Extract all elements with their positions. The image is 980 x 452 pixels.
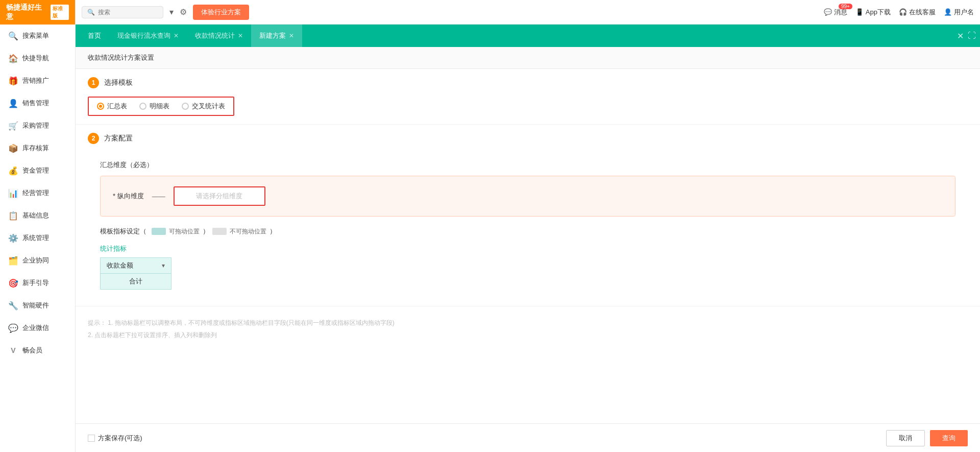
tab-bank-flow[interactable]: 现金银行流水查询 ✕ <box>109 25 187 47</box>
sidebar-logo: 畅捷通好生意 标准版 <box>0 0 75 25</box>
footer: 方案保存(可选) 取消 查询 <box>76 423 980 452</box>
sidebar-item-purchase[interactable]: 🛒 采购管理 <box>0 114 75 137</box>
sidebar-item-label: 畅会员 <box>22 346 42 355</box>
sidebar-item-label: 系统管理 <box>22 233 49 243</box>
sidebar-item-label: 经营管理 <box>22 188 49 198</box>
sidebar-item-label: 搜索菜单 <box>22 31 49 40</box>
sales-icon: 👤 <box>8 99 18 108</box>
sidebar-item-label: 企业微信 <box>22 323 49 332</box>
sidebar-item-basic-info[interactable]: 📋 基础信息 <box>0 204 75 227</box>
tab-home[interactable]: 首页 <box>80 25 109 47</box>
gear-icon[interactable]: ⚙ <box>180 7 187 17</box>
service-icon: 🎧 <box>899 8 907 16</box>
dimension-title: 汇总维度（必选） <box>100 160 955 170</box>
msg-btn[interactable]: 💬 消息 99+ <box>824 8 847 17</box>
tab-close-icon[interactable]: ✕ <box>238 32 243 39</box>
main-area: 🔍 ▾ ⚙ 体验行业方案 💬 消息 99+ 📱 App下载 🎧 在线客服 👤 用… <box>76 0 980 452</box>
sidebar-item-enterprise-wechat[interactable]: 💬 企业微信 <box>0 317 75 339</box>
vip-icon: V <box>8 346 18 354</box>
step2-section: 2 方案配置 汇总维度（必选） * 纵向维度 —— 请选择分组维度 <box>76 125 980 306</box>
tab-close-icon[interactable]: ✕ <box>289 32 294 39</box>
sidebar-item-sales[interactable]: 👤 销售管理 <box>0 92 75 114</box>
sidebar-item-smart-hw[interactable]: 🔧 智能硬件 <box>0 294 75 317</box>
radio-summary-circle <box>97 103 104 110</box>
cancel-button[interactable]: 取消 <box>886 430 925 446</box>
system-icon: ⚙️ <box>8 233 18 243</box>
logo-badge: 标准版 <box>51 5 69 20</box>
legend-not-draggable: 不可拖动位置 <box>212 227 266 236</box>
msg-badge: 99+ <box>839 4 852 9</box>
topbar-search-box[interactable]: 🔍 <box>82 6 163 18</box>
finance-icon: 💰 <box>8 166 18 176</box>
operations-icon: 📊 <box>8 188 18 198</box>
trial-btn[interactable]: 体验行业方案 <box>193 5 249 20</box>
sidebar-item-label: 快捷导航 <box>22 54 49 63</box>
tab-expand-icon[interactable]: ⛶ <box>968 31 976 40</box>
query-button[interactable]: 查询 <box>930 430 968 446</box>
marketing-icon: 🎁 <box>8 76 18 86</box>
step1-num: 1 <box>88 77 99 88</box>
dimension-placeholder[interactable]: 请选择分组维度 <box>174 186 265 206</box>
sidebar-item-marketing[interactable]: 🎁 营销推广 <box>0 69 75 92</box>
tip2: 2. 点击标题栏下拉可设置排序、插入列和删除列 <box>88 329 968 341</box>
save-checkbox[interactable] <box>88 435 95 442</box>
step2-num: 2 <box>88 133 99 144</box>
sidebar-item-enterprise-coop[interactable]: 🗂️ 企业协同 <box>0 249 75 272</box>
sidebar-item-inventory[interactable]: 📦 库存核算 <box>0 137 75 159</box>
dropdown-icon[interactable]: ▾ <box>169 7 174 17</box>
tab-new-plan[interactable]: 新建方案 ✕ <box>251 25 302 47</box>
sidebar-item-label: 采购管理 <box>22 121 49 130</box>
sidebar-item-quick-nav[interactable]: 🏠 快捷导航 <box>0 47 75 69</box>
sidebar-item-system[interactable]: ⚙️ 系统管理 <box>0 227 75 249</box>
sidebar-item-label: 库存核算 <box>22 144 49 153</box>
sidebar-item-label: 智能硬件 <box>22 301 49 310</box>
sidebar-item-label: 企业协同 <box>22 256 49 265</box>
metrics-table: 收款金额 ▾ 合计 <box>100 257 172 290</box>
radio-summary[interactable]: 汇总表 <box>97 102 127 111</box>
save-label: 方案保存(可选) <box>98 434 142 443</box>
tips-section: 提示： 1. 拖动标题栏可以调整布局，不可跨维度或指标区域拖动栏目字段(只能在同… <box>76 317 980 341</box>
topbar: 🔍 ▾ ⚙ 体验行业方案 💬 消息 99+ 📱 App下载 🎧 在线客服 👤 用… <box>76 0 980 25</box>
guide-icon: 🎯 <box>8 278 18 288</box>
metrics-table-row: 合计 <box>101 274 171 289</box>
radio-crosstab-circle <box>182 103 189 110</box>
sidebar-item-vip[interactable]: V 畅会员 <box>0 339 75 362</box>
purchase-icon: 🛒 <box>8 121 18 131</box>
radio-detail[interactable]: 明细表 <box>139 102 169 111</box>
page-title: 收款情况统计方案设置 <box>76 47 980 69</box>
legend-not-draggable-box <box>212 228 227 235</box>
sidebar-item-operations[interactable]: 📊 经营管理 <box>0 182 75 204</box>
sidebar-item-search-menu[interactable]: 🔍 搜索菜单 <box>0 25 75 47</box>
metrics-table-header[interactable]: 收款金额 ▾ <box>101 258 171 274</box>
search-menu-icon: 🔍 <box>8 31 18 41</box>
metrics-table-section: 统计指标 收款金额 ▾ 合计 <box>100 244 955 290</box>
user-menu[interactable]: 👤 用户名 <box>944 8 974 17</box>
tab-receipts-stats[interactable]: 收款情况统计 ✕ <box>187 25 251 47</box>
app-download-btn[interactable]: 📱 App下载 <box>855 8 891 17</box>
msg-icon: 💬 <box>824 8 832 16</box>
tab-close-icon[interactable]: ✕ <box>174 32 179 39</box>
smart-hw-icon: 🔧 <box>8 301 18 311</box>
radio-detail-circle <box>139 103 146 110</box>
tab-window-close-icon[interactable]: ✕ <box>957 31 964 41</box>
logo-text: 畅捷通好生意 <box>6 3 46 21</box>
sidebar-item-label: 资金管理 <box>22 166 49 175</box>
tip-prefix: 提示： <box>88 319 106 326</box>
scheme-config: 汇总维度（必选） * 纵向维度 —— 请选择分组维度 模板指标 <box>88 152 968 298</box>
metrics-header-chevron[interactable]: ▾ <box>162 262 165 269</box>
step1-section: 1 选择模板 汇总表 明细表 交叉统计表 <box>76 69 980 125</box>
inventory-icon: 📦 <box>8 144 18 153</box>
sidebar-item-finance[interactable]: 💰 资金管理 <box>0 159 75 182</box>
vertical-dimension-label: * 纵向维度 <box>113 192 144 201</box>
footer-buttons: 取消 查询 <box>886 430 968 446</box>
sidebar-item-guide[interactable]: 🎯 新手引导 <box>0 272 75 294</box>
service-btn[interactable]: 🎧 在线客服 <box>899 8 936 17</box>
user-icon: 👤 <box>944 8 952 16</box>
footer-save-option: 方案保存(可选) <box>88 434 142 443</box>
search-input[interactable] <box>98 9 158 16</box>
tip1: 提示： 1. 拖动标题栏可以调整布局，不可跨维度或指标区域拖动栏目字段(只能在同… <box>88 317 968 329</box>
radio-crosstab[interactable]: 交叉统计表 <box>182 102 225 111</box>
vertical-dimension-row: * 纵向维度 —— 请选择分组维度 <box>113 186 943 206</box>
quick-nav-icon: 🏠 <box>8 54 18 63</box>
sidebar-item-label: 营销推广 <box>22 76 49 85</box>
